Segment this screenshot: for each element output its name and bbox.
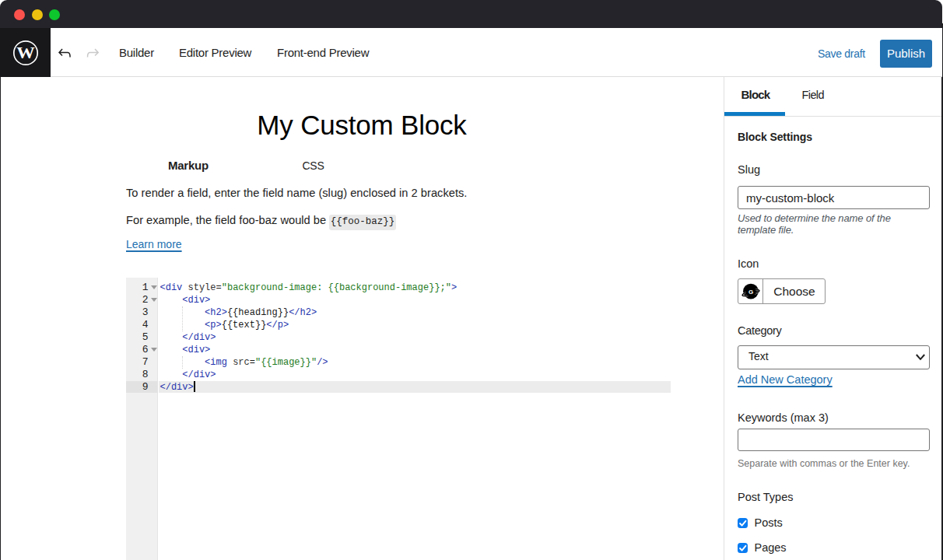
svg-text:G: G: [748, 288, 753, 295]
svg-text:W: W: [16, 43, 35, 62]
